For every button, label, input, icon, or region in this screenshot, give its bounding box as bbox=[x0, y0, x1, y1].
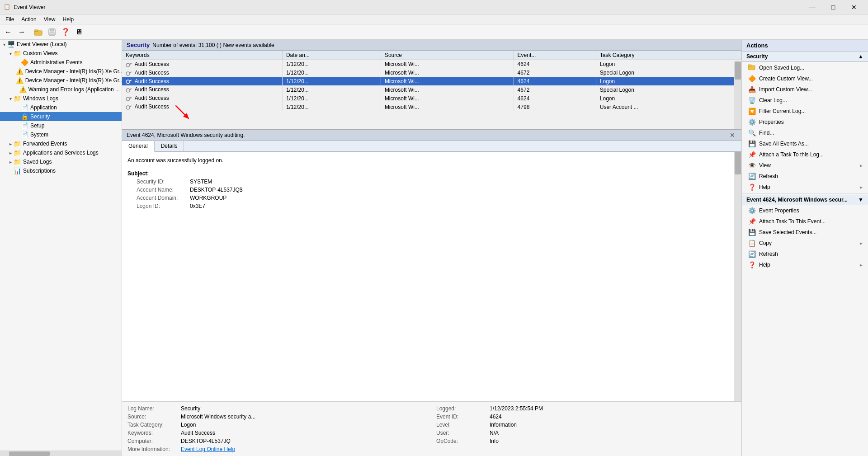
action-properties[interactable]: ⚙️ Properties bbox=[742, 117, 868, 127]
action-filter-current-log[interactable]: 🔽 Filter Current Log... bbox=[742, 106, 868, 117]
back-button[interactable]: ← bbox=[2, 26, 14, 38]
sidebar-item-system[interactable]: 📄 System bbox=[0, 130, 122, 139]
detail-logon-id: Logon ID: 0x3E7 bbox=[137, 203, 736, 209]
col-event[interactable]: Event... bbox=[514, 51, 596, 60]
close-button[interactable]: ✕ bbox=[844, 0, 864, 14]
event-message: An account was successfully logged on. bbox=[127, 156, 736, 165]
action-event-properties[interactable]: ⚙️ Event Properties bbox=[742, 205, 868, 216]
event-detail-close-button[interactable]: ✕ bbox=[728, 132, 737, 139]
action-refresh-security[interactable]: 🔄 Refresh bbox=[742, 171, 868, 182]
folder-icon bbox=[34, 28, 42, 36]
sidebar-scrollbar-thumb[interactable] bbox=[9, 451, 50, 456]
minimize-button[interactable]: — bbox=[802, 0, 823, 14]
event-section-header[interactable]: Event 4624, Microsoft Windows secur... ▼ bbox=[742, 195, 868, 205]
sidebar-item-custom-views[interactable]: ▾ 📁 Custom Views bbox=[0, 49, 122, 58]
event-detail-scrollbar-thumb[interactable] bbox=[735, 152, 741, 174]
save-button[interactable] bbox=[46, 26, 58, 38]
action-import-custom-view[interactable]: 📥 Import Custom View... bbox=[742, 84, 868, 95]
events-table-container[interactable]: Keywords Date an... Source Event... Task… bbox=[122, 51, 741, 130]
security-section-header[interactable]: Security ▲ bbox=[742, 52, 868, 62]
table-row[interactable]: Audit Success 1/12/20... Microsoft Wi...… bbox=[122, 103, 741, 111]
sidebar-item-saved-logs[interactable]: ▸ 📁 Saved Logs bbox=[0, 157, 122, 166]
detail-account-domain: Account Domain: WORKGROUP bbox=[137, 195, 736, 201]
table-scroll-thumb[interactable] bbox=[735, 61, 741, 80]
table-row[interactable]: Audit Success 1/12/20... Microsoft Wi...… bbox=[122, 94, 741, 103]
action-save-all-events[interactable]: 💾 Save All Events As... bbox=[742, 138, 868, 149]
event-log-online-help-link[interactable]: Event Log Online Help bbox=[181, 446, 235, 452]
help-security-label: Help bbox=[759, 184, 856, 190]
action-create-custom-view[interactable]: 🔶 Create Custom View... bbox=[742, 73, 868, 84]
security-actions-list: Open Saved Log... 🔶 Create Custom View..… bbox=[742, 62, 868, 193]
sidebar-item-administrative-events[interactable]: 🔶 Administrative Events bbox=[0, 58, 122, 67]
action-help-security[interactable]: ❓ Help ► bbox=[742, 182, 868, 193]
cell-source: Microsoft Wi... bbox=[381, 85, 514, 94]
col-source[interactable]: Source bbox=[381, 51, 514, 60]
sidebar-item-application[interactable]: 📄 Application bbox=[0, 103, 122, 112]
cell-task: Logon bbox=[596, 77, 741, 86]
action-attach-task-log[interactable]: 📌 Attach a Task To this Log... bbox=[742, 149, 868, 160]
table-row[interactable]: Audit Success 1/12/20... Microsoft Wi...… bbox=[122, 77, 741, 86]
sidebar-item-subscriptions[interactable]: 📊 Subscriptions bbox=[0, 166, 122, 175]
event-detail-scrollbar[interactable] bbox=[734, 152, 741, 401]
action-find[interactable]: 🔍 Find... bbox=[742, 127, 868, 138]
sidebar-item-setup[interactable]: 📄 Setup bbox=[0, 121, 122, 130]
refresh-event-label: Refresh bbox=[759, 251, 863, 257]
event-section-label: Event 4624, Microsoft Windows secur... bbox=[746, 197, 848, 203]
table-row[interactable]: Audit Success 1/12/20... Microsoft Wi...… bbox=[122, 85, 741, 94]
help-button[interactable]: ❓ bbox=[59, 26, 72, 38]
sidebar-item-forwarded-events[interactable]: ▸ 📁 Forwarded Events bbox=[0, 139, 122, 148]
computer-label: Computer: bbox=[127, 438, 177, 444]
menu-view[interactable]: View bbox=[40, 15, 59, 24]
refresh-event-icon: 🔄 bbox=[748, 250, 756, 258]
action-clear-log[interactable]: 🗑️ Clear Log... bbox=[742, 95, 868, 106]
tab-general[interactable]: General bbox=[122, 141, 155, 152]
import-custom-view-icon: 📥 bbox=[748, 86, 756, 93]
logged-label: Logged: bbox=[436, 405, 486, 412]
open-button[interactable] bbox=[32, 26, 45, 38]
sidebar-item-device-manager-1[interactable]: ⚠️ Device Manager - Intel(R) Iris(R) Xe … bbox=[0, 67, 122, 76]
title-bar: 📋 Event Viewer — □ ✕ bbox=[0, 0, 868, 14]
action-attach-task-event[interactable]: 📌 Attach Task To This Event... bbox=[742, 216, 868, 227]
sidebar-root[interactable]: ▾ 🖥️ Event Viewer (Local) bbox=[0, 40, 122, 49]
action-copy[interactable]: 📋 Copy ► bbox=[742, 238, 868, 249]
action-view[interactable]: 👁️ View ► bbox=[742, 160, 868, 171]
sidebar-item-app-services-logs[interactable]: ▸ 📁 Applications and Services Logs bbox=[0, 148, 122, 157]
table-scroll-track[interactable] bbox=[734, 61, 741, 129]
actions-panel: Actions Security ▲ Open Saved Log... 🔶 C… bbox=[741, 40, 868, 456]
event-id-label: Event ID: bbox=[436, 414, 486, 420]
sidebar-scrollbar[interactable] bbox=[0, 451, 122, 456]
sidebar-item-windows-logs[interactable]: ▾ 📁 Windows Logs bbox=[0, 94, 122, 103]
col-keywords[interactable]: Keywords bbox=[122, 51, 282, 60]
menu-action[interactable]: Action bbox=[18, 15, 40, 24]
col-date[interactable]: Date an... bbox=[282, 51, 381, 60]
table-row[interactable]: Audit Success 1/12/20... Microsoft Wi...… bbox=[122, 60, 741, 69]
info-computer: Computer: DESKTOP-4L537JQ bbox=[127, 438, 427, 444]
security-section-label: Security bbox=[746, 53, 768, 60]
col-task[interactable]: Task Category bbox=[596, 51, 741, 60]
action-save-selected-events[interactable]: 💾 Save Selected Events... bbox=[742, 227, 868, 238]
svg-point-8 bbox=[126, 72, 130, 75]
attach-task-event-label: Attach Task To This Event... bbox=[759, 218, 863, 225]
properties-icon: ⚙️ bbox=[748, 118, 756, 126]
info-event-id: Event ID: 4624 bbox=[436, 414, 736, 420]
security-section-collapse-icon: ▲ bbox=[858, 53, 863, 60]
menu-help[interactable]: Help bbox=[59, 15, 78, 24]
menu-file[interactable]: File bbox=[2, 15, 18, 24]
monitor-button[interactable]: 🖥 bbox=[73, 26, 85, 38]
maximize-button[interactable]: □ bbox=[823, 0, 844, 14]
cell-source: Microsoft Wi... bbox=[381, 77, 514, 86]
forward-button[interactable]: → bbox=[15, 26, 28, 38]
action-refresh-event[interactable]: 🔄 Refresh bbox=[742, 249, 868, 259]
action-help-event[interactable]: ❓ Help ► bbox=[742, 259, 868, 270]
sidebar-item-security[interactable]: 🔒 Security bbox=[0, 112, 122, 121]
toolbar-separator-1 bbox=[30, 28, 30, 37]
find-label: Find... bbox=[759, 130, 863, 136]
cell-event: 4672 bbox=[514, 85, 596, 94]
table-row[interactable]: Audit Success 1/12/20... Microsoft Wi...… bbox=[122, 69, 741, 77]
tab-details[interactable]: Details bbox=[155, 141, 184, 151]
action-open-saved-log[interactable]: Open Saved Log... bbox=[742, 62, 868, 73]
sidebar-item-device-manager-2[interactable]: ⚠️ Device Manager - Intel(R) Iris(R) Xe … bbox=[0, 76, 122, 85]
sidebar-item-warning-error-logs[interactable]: ⚠️ Warning and Error logs (Application .… bbox=[0, 85, 122, 94]
cell-task: Special Logon bbox=[596, 85, 741, 94]
source-label: Source: bbox=[127, 414, 177, 420]
